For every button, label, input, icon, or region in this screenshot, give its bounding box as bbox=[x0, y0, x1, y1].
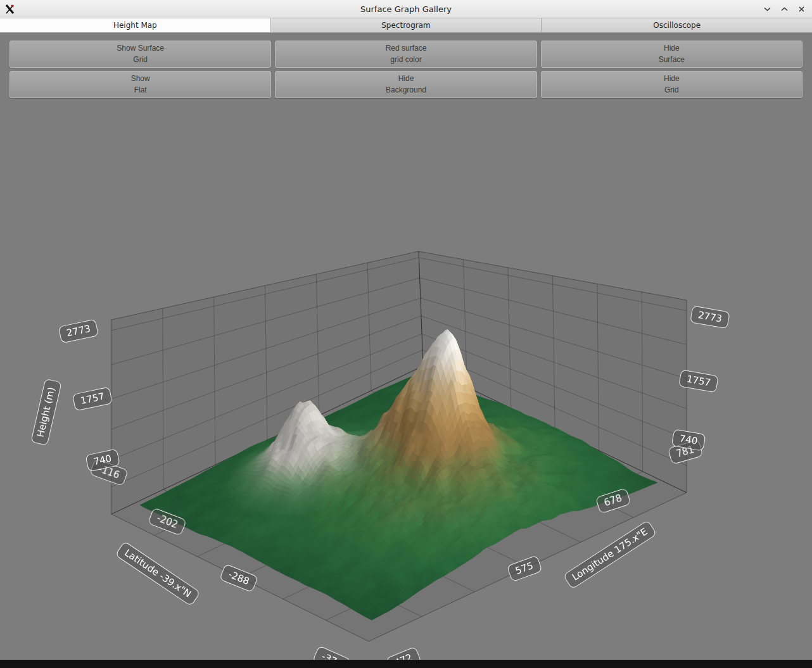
close-icon bbox=[798, 6, 805, 13]
button-label: Hide Grid bbox=[664, 73, 680, 95]
chevron-up-icon bbox=[780, 6, 789, 12]
button-label: Show Flat bbox=[131, 73, 150, 95]
bottom-panel bbox=[0, 660, 812, 668]
hide-background-button[interactable]: Hide Background bbox=[275, 71, 536, 98]
chevron-down-icon bbox=[763, 6, 771, 12]
window-controls bbox=[761, 0, 807, 18]
button-label: Hide Background bbox=[386, 73, 426, 95]
button-label: Red surface grid color bbox=[386, 43, 427, 65]
show-flat-button[interactable]: Show Flat bbox=[10, 71, 271, 98]
window-title: Surface Graph Gallery bbox=[0, 4, 812, 14]
hide-surface-button[interactable]: Hide Surface bbox=[541, 41, 802, 68]
shade-button[interactable] bbox=[761, 3, 773, 15]
tab-height-map[interactable]: Height Map bbox=[0, 18, 271, 32]
button-label: Hide Surface bbox=[659, 43, 685, 65]
tab-oscilloscope[interactable]: Oscilloscope bbox=[542, 18, 812, 32]
x-logo-icon[interactable] bbox=[5, 4, 15, 14]
titlebar[interactable]: Surface Graph Gallery bbox=[0, 0, 812, 18]
unshade-button[interactable] bbox=[778, 3, 790, 15]
hide-grid-button[interactable]: Hide Grid bbox=[541, 71, 802, 98]
show-surface-grid-button[interactable]: Show Surface Grid bbox=[10, 41, 271, 68]
toolbar: Show Surface Grid Red surface grid color… bbox=[0, 33, 812, 103]
tab-bar: Height Map Spectrogram Oscilloscope bbox=[0, 18, 812, 33]
close-button[interactable] bbox=[796, 3, 807, 15]
surface-graph-gallery-window: { "window": { "title": "Surface Graph Ga… bbox=[0, 0, 812, 668]
button-label: Show Surface Grid bbox=[117, 43, 164, 65]
red-surface-grid-color-button[interactable]: Red surface grid color bbox=[275, 41, 536, 68]
tab-spectrogram[interactable]: Spectrogram bbox=[271, 18, 542, 32]
